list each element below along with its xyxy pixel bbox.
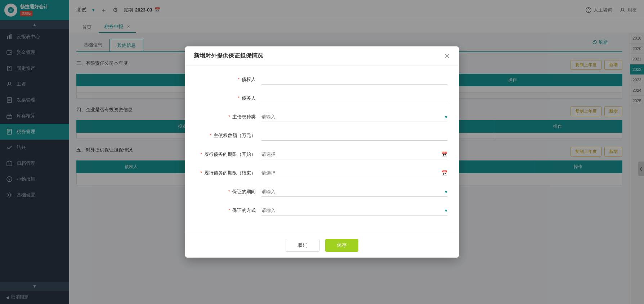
dropdown-icon: ▾ xyxy=(445,208,447,213)
field-label-claim-amount: * 主债权数额（万元） xyxy=(197,132,261,139)
claim-type-select[interactable]: ▾ xyxy=(261,112,447,122)
period-start-date[interactable]: 📅 xyxy=(261,149,447,159)
period-end-date[interactable]: 📅 xyxy=(261,168,447,178)
field-label-guarantee-period: * 保证的期间 xyxy=(197,189,261,195)
dropdown-icon: ▾ xyxy=(445,189,447,195)
modal-overlay: 新增对外提供保证担保情况 ✕ * 债权人 * 债务人 xyxy=(0,0,644,304)
debtor-input[interactable] xyxy=(261,93,447,103)
field-label-claim-type: * 主债权种类 xyxy=(197,114,261,120)
field-label-creditor: * 债权人 xyxy=(197,76,261,83)
calendar-icon: 📅 xyxy=(441,170,447,176)
claim-type-input[interactable] xyxy=(261,112,445,122)
guarantee-method-input[interactable] xyxy=(261,205,445,215)
period-start-input[interactable] xyxy=(261,149,441,159)
modal-body: * 债权人 * 债务人 * xyxy=(185,66,459,233)
field-label-debtor: * 债务人 xyxy=(197,95,261,101)
period-end-input[interactable] xyxy=(261,168,441,178)
cancel-button[interactable]: 取消 xyxy=(286,239,319,252)
dropdown-icon: ▾ xyxy=(445,114,447,120)
form-row-creditor: * 债权人 xyxy=(197,74,447,85)
modal-close-button[interactable]: ✕ xyxy=(444,53,450,60)
form-row-claim-type: * 主债权种类 ▾ xyxy=(197,112,447,122)
save-button[interactable]: 保存 xyxy=(325,239,358,252)
form-row-period-start: * 履行债务的期限（开始） 📅 xyxy=(197,149,447,159)
guarantee-method-select[interactable]: ▾ xyxy=(261,205,447,215)
form-row-period-end: * 履行债务的期限（结束） 📅 xyxy=(197,168,447,178)
calendar-icon: 📅 xyxy=(441,151,447,157)
form-row-debtor: * 债务人 xyxy=(197,93,447,103)
modal-dialog: 新增对外提供保证担保情况 ✕ * 债权人 * 债务人 xyxy=(185,46,459,258)
modal-title: 新增对外提供保证担保情况 xyxy=(194,52,263,60)
modal-header: 新增对外提供保证担保情况 ✕ xyxy=(185,46,459,66)
form-row-claim-amount: * 主债权数额（万元） xyxy=(197,131,447,141)
creditor-input[interactable] xyxy=(261,74,447,85)
guarantee-period-select[interactable]: ▾ xyxy=(261,187,447,197)
field-label-period-start: * 履行债务的期限（开始） xyxy=(197,151,261,158)
form-row-guarantee-period: * 保证的期间 ▾ xyxy=(197,187,447,197)
field-label-guarantee-method: * 保证的方式 xyxy=(197,207,261,214)
form-row-guarantee-method: * 保证的方式 ▾ xyxy=(197,205,447,215)
guarantee-period-input[interactable] xyxy=(261,187,445,196)
modal-footer: 取消 保存 xyxy=(185,233,459,258)
claim-amount-input[interactable] xyxy=(261,131,447,141)
field-label-period-end: * 履行债务的期限（结束） xyxy=(197,170,261,176)
